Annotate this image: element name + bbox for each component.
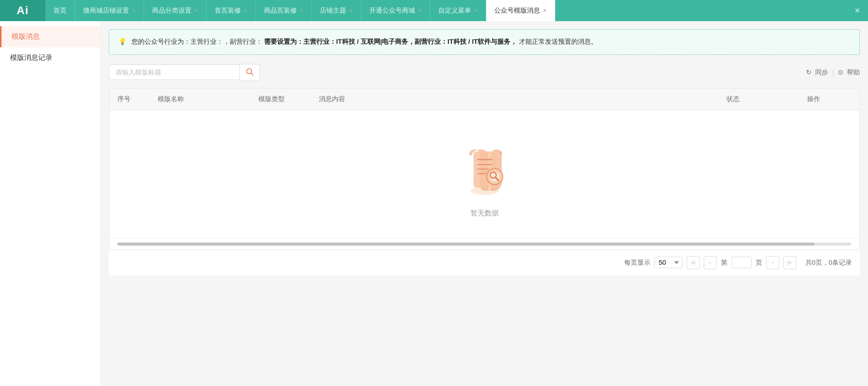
last-page-button[interactable]: ⊳ <box>783 256 796 269</box>
th-status: 状态 <box>718 89 799 110</box>
search-input[interactable] <box>109 64 240 80</box>
toolbar-right: ↻ 同步 | ⊙ 帮助 <box>260 68 860 77</box>
sync-button[interactable]: ↻ 同步 <box>806 68 828 77</box>
prev-page-button[interactable]: ‹ <box>704 256 717 269</box>
th-name: 模版名称 <box>150 89 250 110</box>
horizontal-scrollbar[interactable] <box>109 238 859 250</box>
tab-close-shop-theme[interactable]: × <box>349 7 353 14</box>
svg-line-1 <box>251 73 253 75</box>
empty-text: 暂无数据 <box>471 209 499 218</box>
tab-close-open-wechat[interactable]: × <box>418 7 422 14</box>
global-close-button[interactable]: × <box>847 0 868 21</box>
tab-shop-theme[interactable]: 店铺主题× <box>312 0 361 21</box>
sidebar-item-template-msg-log[interactable]: 模版消息记录 <box>0 47 100 68</box>
data-table: 序号模版名称模版类型消息内容状态操作 <box>109 88 860 250</box>
tab-home-decor[interactable]: 首页装修× <box>207 0 256 21</box>
notice-box: 💡 您的公众号行业为：主营行业：，副营行业： 需要设置为：主营行业：IT科技 /… <box>109 29 860 55</box>
th-content: 消息内容 <box>311 89 718 110</box>
tab-close-shop-settings[interactable]: × <box>132 7 136 14</box>
logo: Ai <box>0 0 45 21</box>
sidebar-item-template-msg[interactable]: 模版消息 <box>0 26 100 47</box>
table-header: 序号模版名称模版类型消息内容状态操作 <box>109 89 859 110</box>
help-button[interactable]: ⊙ 帮助 <box>838 68 860 77</box>
total-text: 共0页，0条记录 <box>806 258 852 267</box>
tab-category-settings[interactable]: 商品分类设置× <box>144 0 207 21</box>
page-size-select[interactable]: 102050100 <box>654 257 683 268</box>
top-nav: Ai 首页微商城店铺设置×商品分类设置×首页装修×商品页装修×店铺主题×开通公众… <box>0 0 868 21</box>
tab-custom-menu[interactable]: 自定义菜单× <box>430 0 486 21</box>
search-toolbar-row: ↻ 同步 | ⊙ 帮助 <box>109 64 860 81</box>
notice-prefix: 您的公众号行业为：主营行业：，副营行业： <box>131 38 262 45</box>
page-number-input[interactable]: 1 <box>731 257 752 268</box>
first-page-button[interactable]: ⊲ <box>687 256 700 269</box>
tab-close-home-decor[interactable]: × <box>244 7 247 14</box>
empty-icon: ✦ · <box>454 140 515 201</box>
notice-suffix: 才能正常发送预置的消息。 <box>519 38 597 45</box>
search-button[interactable] <box>240 64 260 81</box>
next-page-button[interactable]: › <box>766 256 779 269</box>
th-type: 模版类型 <box>250 89 311 110</box>
page-suffix: 页 <box>756 258 762 267</box>
notice-highlight: 需要设置为：主营行业：IT科技 / 互联网|电子商务，副营行业：IT科技 / I… <box>264 38 517 45</box>
page-label: 第 <box>721 258 727 267</box>
tab-close-product-decor[interactable]: × <box>300 7 303 14</box>
pagination: 每页显示 102050100 ⊲ ‹ 第 1 页 › ⊳ 共0页，0条记录 <box>109 250 860 275</box>
sidebar: 模版消息模版消息记录 <box>0 21 101 386</box>
tab-close-template-msg[interactable]: × <box>543 7 547 14</box>
empty-state: ✦ · 暂无数据 <box>109 110 859 238</box>
tab-shop-settings[interactable]: 微商城店铺设置× <box>75 0 144 21</box>
tab-template-msg[interactable]: 公众号模版消息× <box>486 0 555 21</box>
main-layout: 模版消息模版消息记录 💡 您的公众号行业为：主营行业：，副营行业： 需要设置为：… <box>0 21 868 386</box>
svg-text:✦: ✦ <box>499 150 503 156</box>
tab-home[interactable]: 首页 <box>45 0 75 21</box>
th-action: 操作 <box>799 89 859 110</box>
tab-open-wechat[interactable]: 开通公众号商城× <box>361 0 430 21</box>
help-icon: ⊙ <box>838 68 843 76</box>
toolbar-divider: | <box>832 68 834 76</box>
th-index: 序号 <box>109 89 150 110</box>
page-size-label: 每页显示 <box>624 258 650 267</box>
content-area: 💡 您的公众号行业为：主营行业：，副营行业： 需要设置为：主营行业：IT科技 /… <box>101 21 868 386</box>
tab-close-custom-menu[interactable]: × <box>474 7 478 14</box>
bulb-icon: 💡 <box>118 38 126 45</box>
sync-icon: ↻ <box>806 68 812 76</box>
tab-close-category-settings[interactable]: × <box>194 7 198 14</box>
tab-bar: 首页微商城店铺设置×商品分类设置×首页装修×商品页装修×店铺主题×开通公众号商城… <box>45 0 847 21</box>
svg-text:·: · <box>503 160 504 163</box>
tab-product-decor[interactable]: 商品页装修× <box>256 0 312 21</box>
